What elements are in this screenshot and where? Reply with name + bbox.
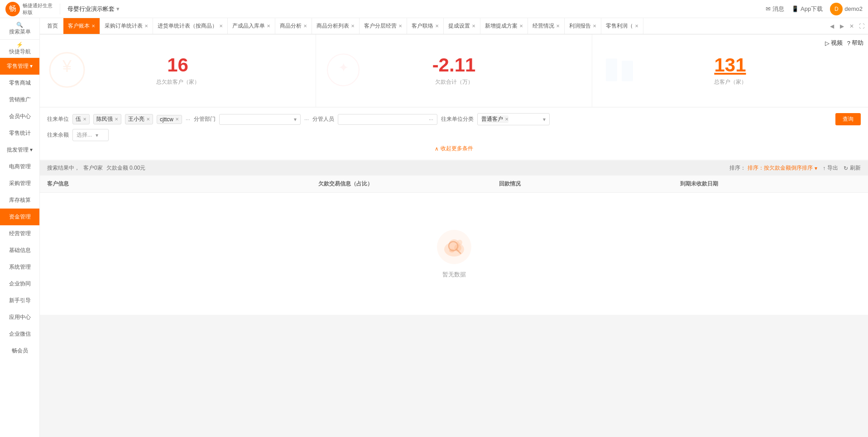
sidebar-item-app-center[interactable]: 应用中心 (0, 309, 39, 326)
tab-close-icon[interactable]: ✕ (635, 24, 638, 28)
tab-close-icon[interactable]: ✕ (593, 24, 596, 28)
tab-product-analysis[interactable]: 商品分析 ✕ (275, 18, 312, 34)
dept-select[interactable]: ▾ (219, 114, 301, 125)
export-icon: ↑ (823, 165, 825, 171)
tab-close-icon[interactable]: ✕ (91, 24, 95, 28)
sidebar-item-finance[interactable]: 资金管理 (0, 209, 39, 225)
sidebar-item-inventory[interactable]: 库存核算 (0, 192, 39, 209)
col-overdue-date: 到期未收款日期 (680, 180, 861, 188)
tab-product-analysis-list[interactable]: 商品分析列表 ✕ (312, 18, 360, 34)
overdue-customers-label: 总欠款客户（家） (156, 78, 200, 86)
sidebar-item-vip[interactable]: 畅会员 (0, 342, 39, 359)
tag-close-icon[interactable]: ✕ (83, 117, 86, 122)
sidebar-item-member-center[interactable]: 会员中心 (0, 108, 39, 125)
sidebar-item-system[interactable]: 系统管理 (0, 259, 39, 276)
chevron-down-icon: ▾ (294, 116, 297, 123)
page-content: ¥ 16 总欠款客户（家） ✦ -2.11 欠款合计（万） (40, 34, 868, 437)
sidebar-item-basic-info[interactable]: 基础信息 (0, 242, 39, 259)
sort-value: 排序：按欠款金额倒序排序 (748, 164, 813, 172)
user-menu[interactable]: D demo2 (830, 3, 863, 15)
sidebar-item-purchase[interactable]: 采购管理 (0, 175, 39, 192)
tab-profit-report[interactable]: 利润报告 ✕ (565, 18, 601, 34)
tab-prev-btn[interactable]: ◀ (827, 22, 836, 31)
tab-home[interactable]: 首页 (42, 22, 63, 30)
balance-select[interactable]: 选择... ▾ (72, 129, 109, 141)
tab-close-icon[interactable]: ✕ (398, 24, 402, 28)
tab-purchase-order-stats[interactable]: 采购订单统计表 ✕ (100, 18, 153, 34)
tab-label: 利润报告 (569, 22, 591, 30)
tab-close-icon[interactable]: ✕ (144, 24, 148, 28)
store-selector[interactable]: 母婴行业演示帐套 ▾ (67, 5, 120, 13)
tab-inbound-stats[interactable]: 进货单统计表（按商品） ✕ (153, 18, 228, 34)
tab-close-icon[interactable]: ✕ (267, 24, 270, 28)
tab-close-all-btn[interactable]: ✕ (847, 22, 856, 31)
tab-close-icon[interactable]: ✕ (435, 24, 439, 28)
app-download-btn[interactable]: 📱 App下载 (791, 5, 823, 13)
more-tags-btn[interactable]: ··· (186, 116, 190, 123)
sort-arrow-icon: ▾ (815, 165, 817, 171)
refresh-label: 刷新 (850, 164, 861, 172)
sidebar-quick-nav[interactable]: ⚡ 快捷导航 (0, 40, 39, 58)
sidebar-item-ecommerce[interactable]: 电商管理 (0, 158, 39, 175)
help-btn[interactable]: ? 帮助 (847, 39, 863, 47)
tab-next-btn[interactable]: ▶ (837, 22, 846, 31)
sidebar-item-enterprise[interactable]: 企业协同 (0, 276, 39, 292)
category-select[interactable]: 普通客户 ✕ ▾ (477, 113, 550, 125)
tab-close-icon[interactable]: ✕ (556, 24, 560, 28)
svg-text:¥: ¥ (62, 57, 72, 76)
tab-label: 客户账本 (68, 22, 90, 30)
sort-label: 排序： (729, 164, 746, 172)
empty-text: 暂无数据 (442, 271, 466, 279)
tab-fullscreen-btn[interactable]: ⛶ (857, 22, 866, 31)
filter-tag-4: cjttcw ✕ (157, 115, 182, 124)
sidebar-item-retail-stats[interactable]: 零售统计 (0, 125, 39, 142)
tab-ops-status[interactable]: 经营情况 ✕ (528, 18, 565, 34)
dept-filter-label: 分管部门 (194, 115, 216, 123)
tab-cost-inbound[interactable]: 产成品入库单 ✕ (228, 18, 275, 34)
table-area: 客户信息 欠款交易信息（占比） 回款情况 到期未收款日期 (40, 176, 868, 315)
export-btn[interactable]: ↑ 导出 (823, 164, 838, 172)
customer-count: 客户0家 (83, 164, 103, 172)
category-tag-text: 普通客户 (481, 115, 503, 123)
sort-select[interactable]: 排序： 排序：按欠款金额倒序排序 ▾ (729, 164, 817, 172)
tab-new-achievement[interactable]: 新增提成方案 ✕ (480, 18, 528, 34)
tag-close-icon[interactable]: ✕ (115, 117, 118, 122)
collapse-btn[interactable]: ∧ 收起更多条件 (435, 145, 473, 152)
query-button[interactable]: 查询 (835, 113, 861, 125)
sidebar-item-marketing[interactable]: 营销推广 (0, 91, 39, 108)
sidebar-item-new-guide[interactable]: 新手引导 (0, 292, 39, 309)
tab-close-icon[interactable]: ✕ (519, 24, 523, 28)
filter-row-2: 往来余额 选择... ▾ (47, 129, 861, 141)
tag-close-icon[interactable]: ✕ (505, 117, 508, 122)
col-debt-info: 欠款交易信息（占比） (318, 180, 499, 188)
video-help-btn[interactable]: ▷ 视频 (825, 39, 843, 47)
tab-close-icon[interactable]: ✕ (351, 24, 355, 28)
tab-label: 进货单统计表（按商品） (158, 22, 217, 30)
sidebar-item-wholesale-mgmt[interactable]: 批发管理 ▾ (0, 142, 39, 158)
tag-close-icon[interactable]: ✕ (146, 117, 150, 122)
sidebar-search[interactable]: 🔍 搜索菜单 (0, 18, 39, 40)
message-btn[interactable]: ✉ 消息 (766, 5, 784, 13)
username: demo2 (844, 5, 863, 12)
sidebar-item-retail-mall[interactable]: 零售商城 (0, 75, 39, 91)
col-repayment: 回款情况 (499, 180, 680, 188)
tab-customer-contact[interactable]: 客户联络 ✕ (407, 18, 444, 34)
tab-retail-profit[interactable]: 零售利润（ ✕ (601, 18, 643, 34)
tag-close-icon[interactable]: ✕ (175, 117, 179, 122)
sidebar-item-operations[interactable]: 经营管理 (0, 225, 39, 242)
sidebar-item-label: 畅会员 (0, 347, 39, 355)
person-select[interactable]: ··· (338, 114, 437, 125)
balance-placeholder: 选择... (77, 131, 92, 139)
tab-customer-segment[interactable]: 客户分层经营 ✕ (360, 18, 407, 34)
refresh-btn[interactable]: ↻ 刷新 (844, 164, 861, 172)
tab-close-icon[interactable]: ✕ (219, 24, 223, 28)
tab-close-icon[interactable]: ✕ (472, 24, 475, 28)
tab-mention-settings[interactable]: 提成设置 ✕ (444, 18, 480, 34)
sidebar-item-retail-mgmt[interactable]: 零售管理 ▾ (0, 58, 39, 75)
dept-more-btn[interactable]: ··· (304, 116, 309, 123)
tab-customer-book[interactable]: 客户账本 ✕ (63, 18, 100, 34)
sidebar-item-wechat[interactable]: 企业微信 (0, 326, 39, 342)
tab-close-icon[interactable]: ✕ (303, 24, 307, 28)
sidebar-search-label: 搜索菜单 (4, 28, 36, 36)
sidebar-item-label: 库存核算 (0, 196, 39, 204)
